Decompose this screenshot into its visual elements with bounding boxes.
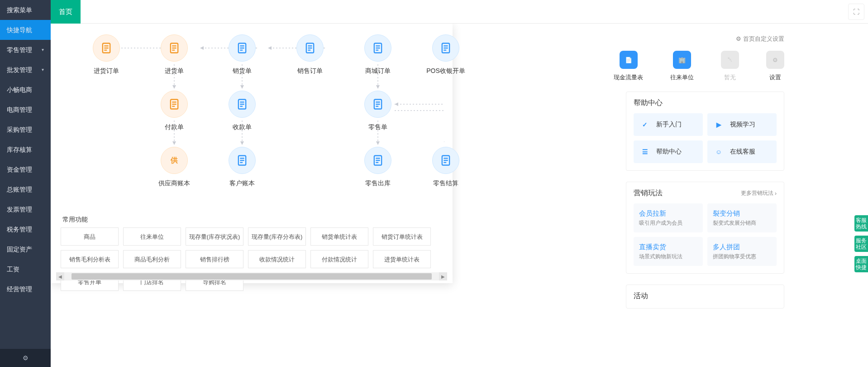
flow-node-icon — [229, 91, 256, 118]
common-functions-title: 常用功能 — [62, 216, 444, 224]
flow-node-c2r3[interactable]: 供供应商账本 — [140, 147, 208, 188]
quick-action-label: 暂无 — [724, 73, 736, 82]
flow-node-icon — [364, 34, 391, 62]
help-button-1[interactable]: ▶视频学习 — [707, 113, 777, 136]
sidebar-item-label: 资金管理 — [7, 159, 32, 179]
quick-actions-row: 📄现金流量表🏢往来单位␀暂无⚙设置 — [614, 51, 784, 82]
flow-node-c5r1[interactable]: 商城订单 — [344, 34, 412, 75]
flow-node-icon — [364, 91, 391, 118]
quick-action-none[interactable]: ␀暂无 — [721, 51, 739, 82]
common-chip-7[interactable]: 商品毛利分析 — [123, 250, 181, 268]
flow-node-c4r1[interactable]: 销售订单 — [276, 34, 344, 75]
flow-node-icon — [296, 34, 324, 62]
float-tag-1[interactable]: 服务社区 — [854, 236, 868, 252]
marketing-card: 营销玩法 更多营销玩法 › 会员拉新吸引用户成为会员裂变分销裂变式发展分销商直播… — [626, 182, 784, 274]
scroll-left-icon[interactable]: ◀ — [56, 272, 64, 280]
svg-marker-7 — [172, 85, 176, 89]
common-chip-0[interactable]: 商品 — [61, 227, 119, 246]
float-tag-2[interactable]: 桌面快捷 — [854, 256, 868, 272]
marketing-item-title: 裂变分销 — [713, 209, 771, 218]
flow-node-c6r3[interactable]: 零售结算 — [412, 147, 480, 188]
marketing-item-1[interactable]: 裂变分销裂变式发展分销商 — [707, 203, 777, 232]
fullscreen-button[interactable]: ⛶ — [848, 4, 864, 20]
float-tag-0[interactable]: 客服热线 — [854, 215, 868, 232]
flow-node-icon — [93, 34, 120, 62]
flow-node-c5r2[interactable]: 零售单 — [344, 91, 412, 131]
common-chip-9[interactable]: 收款情况统计 — [248, 250, 306, 268]
flow-node-c3r1[interactable]: 销货单 — [208, 34, 276, 75]
flow-node-label: 零售结算 — [412, 179, 480, 188]
flow-node-c3r2[interactable]: 收款单 — [208, 91, 276, 131]
common-chip-11[interactable]: 进货单统计表 — [373, 250, 431, 268]
help-icon: ✓ — [639, 119, 651, 130]
sidebar-item-8[interactable]: 总账管理 — [0, 179, 51, 199]
marketing-item-3[interactable]: 多人拼团拼团购物享受优惠 — [707, 237, 777, 266]
common-chip-1[interactable]: 往来单位 — [123, 227, 181, 246]
flow-node-c2r1[interactable]: 进货单 — [140, 34, 208, 75]
marketing-item-0[interactable]: 会员拉新吸引用户成为会员 — [634, 203, 703, 232]
common-chip-3[interactable]: 现存量(库存分布表) — [248, 227, 306, 246]
help-button-3[interactable]: ☺在线客服 — [707, 140, 777, 163]
svg-marker-11 — [376, 85, 380, 89]
help-button-label: 帮助中心 — [656, 148, 682, 156]
sidebar-item-label: 库存核算 — [7, 140, 32, 159]
sidebar-item-label: 税务管理 — [7, 219, 32, 239]
sidebar-search-menu[interactable]: 搜索菜单 — [0, 0, 51, 20]
sidebar-item-9[interactable]: 发票管理 — [0, 199, 51, 219]
sidebar-item-label: 总账管理 — [7, 179, 32, 199]
flow-node-icon — [161, 91, 188, 118]
scroll-thumb[interactable] — [72, 273, 432, 280]
sidebar-item-2[interactable]: 批发管理▾ — [0, 60, 51, 80]
flow-node-icon — [432, 147, 459, 174]
common-chip-6[interactable]: 销售毛利分析表 — [61, 250, 119, 268]
sidebar-item-0[interactable]: 快捷导航 — [0, 20, 51, 40]
common-chip-2[interactable]: 现存量(库存状况表) — [186, 227, 243, 246]
common-chip-5[interactable]: 销货订单统计表 — [373, 227, 431, 246]
help-button-2[interactable]: ☰帮助中心 — [634, 140, 703, 163]
quick-action-units[interactable]: 🏢往来单位 — [670, 51, 694, 82]
customize-home-link[interactable]: ⚙ 首页自定义设置 — [736, 35, 784, 43]
flow-node-c5r3[interactable]: 零售出库 — [344, 147, 412, 188]
quick-action-cashflow[interactable]: 📄现金流量表 — [614, 51, 643, 82]
common-chip-8[interactable]: 销售排行榜 — [186, 250, 243, 268]
common-chip-4[interactable]: 销货单统计表 — [310, 227, 368, 246]
sidebar-item-4[interactable]: 电商管理 — [0, 100, 51, 120]
help-button-0[interactable]: ✓新手入门 — [634, 113, 703, 136]
svg-marker-15 — [240, 141, 244, 145]
flow-node-label: 销货单 — [208, 67, 276, 75]
sidebar-item-12[interactable]: 工资 — [0, 259, 51, 279]
flow-node-c2r2[interactable]: 付款单 — [140, 91, 208, 131]
scroll-right-icon[interactable]: ▶ — [439, 272, 447, 280]
flow-node-c1r1[interactable]: 进货订单 — [72, 34, 140, 75]
flow-node-c6r1[interactable]: POS收银开单 — [412, 34, 480, 75]
chevron-right-icon: › — [775, 190, 777, 197]
flow-node-label: 进货订单 — [72, 67, 140, 75]
tab-home[interactable]: 首页 — [51, 0, 81, 24]
scroll-track[interactable] — [64, 272, 439, 280]
quick-action-settings[interactable]: ⚙设置 — [766, 51, 784, 82]
gear-icon: ⚙ — [23, 354, 29, 362]
sidebar-item-3[interactable]: 小畅电商 — [0, 80, 51, 100]
help-button-label: 新手入门 — [656, 121, 682, 129]
sidebar-item-7[interactable]: 资金管理 — [0, 159, 51, 179]
sidebar-item-10[interactable]: 税务管理 — [0, 219, 51, 239]
flow-node-label: 供应商账本 — [140, 179, 208, 188]
sidebar-item-1[interactable]: 零售管理▾ — [0, 40, 51, 60]
sidebar-item-13[interactable]: 经营管理 — [0, 279, 51, 299]
sidebar-item-11[interactable]: 固定资产 — [0, 239, 51, 259]
flow-node-label: 零售出库 — [344, 179, 412, 188]
flow-node-icon — [161, 34, 188, 62]
chevron-down-icon: ▾ — [42, 60, 44, 80]
flow-node-label: POS收银开单 — [412, 67, 480, 75]
marketing-more-link[interactable]: 更多营销玩法 › — [741, 189, 777, 197]
common-chip-10[interactable]: 付款情况统计 — [310, 250, 368, 268]
common-functions-list: 商品往来单位现存量(库存状况表)现存量(库存分布表)销货单统计表销货订单统计表销… — [59, 227, 444, 291]
sidebar-item-6[interactable]: 库存核算 — [0, 140, 51, 159]
flyout-horizontal-scrollbar[interactable]: ◀ ▶ — [56, 272, 447, 280]
sidebar-item-5[interactable]: 采购管理 — [0, 120, 51, 140]
cashflow-icon: 📄 — [620, 51, 638, 69]
marketing-item-2[interactable]: 直播卖货场景式购物新玩法 — [634, 237, 703, 266]
flow-node-c3r3[interactable]: 客户账本 — [208, 147, 276, 188]
none-icon: ␀ — [721, 51, 739, 69]
sidebar-settings-footer[interactable]: ⚙ — [0, 349, 51, 367]
